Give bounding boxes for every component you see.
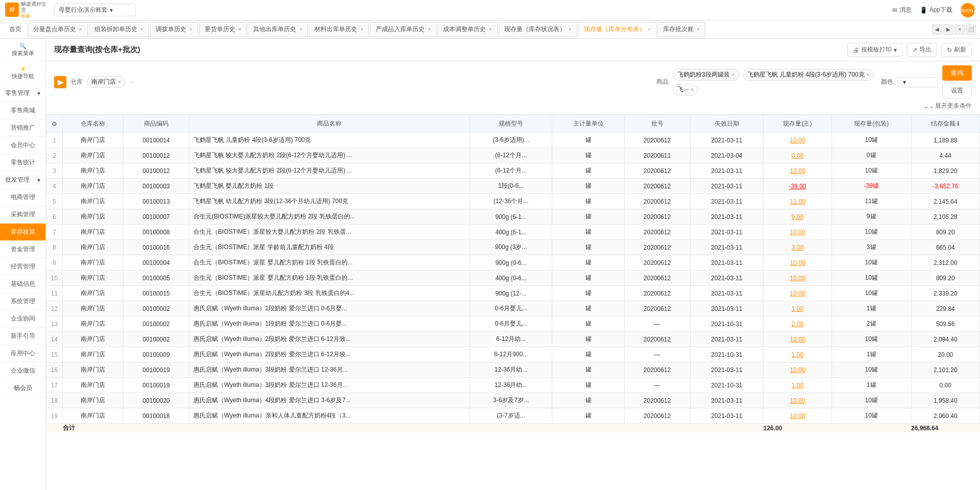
close-icon[interactable]: ×: [79, 27, 82, 32]
row-qty-main[interactable]: -39.00: [764, 179, 832, 194]
message-icon: ✉: [892, 7, 897, 14]
tab-combo[interactable]: 组装拆卸单历史 ×: [89, 22, 149, 37]
sidebar-search[interactable]: 🔍 搜索菜单: [0, 39, 45, 62]
tab-close-btn[interactable]: ×: [954, 24, 965, 35]
print-btn[interactable]: 🖨 按模板打印 ▾: [847, 43, 902, 57]
row-unit: 罐: [552, 362, 624, 378]
row-qty-main[interactable]: 1.00: [764, 378, 832, 393]
close-icon[interactable]: ×: [140, 27, 143, 32]
row-qty-main[interactable]: 10.00: [764, 255, 832, 271]
sidebar-nav[interactable]: ⚡ 快捷导航: [0, 62, 45, 85]
tab-transfer[interactable]: 调拨单历史 ×: [150, 22, 198, 37]
tab-batch[interactable]: 库存批次账 ×: [657, 22, 705, 37]
close-icon[interactable]: ×: [238, 27, 241, 32]
tab-prev-btn[interactable]: ◀: [932, 24, 942, 35]
close-icon[interactable]: ×: [428, 27, 431, 32]
row-qty-pack: 1罐: [831, 378, 911, 393]
row-name: 合生元（BIOSTIME）派星 婴儿配方奶粉 1段 乳铁蛋白的...: [189, 271, 470, 286]
close-icon[interactable]: ×: [360, 27, 363, 32]
sidebar-item-retail-mall[interactable]: 零售商城: [0, 102, 45, 119]
row-qty-main[interactable]: 0.00: [764, 148, 832, 163]
row-qty-main[interactable]: 10.00: [764, 133, 832, 148]
org-selector[interactable]: 母婴行业演示账套 ▾: [54, 4, 136, 16]
tab-split[interactable]: 分量盘点单历史 ×: [28, 22, 88, 37]
sidebar-item-wechat[interactable]: 企业微信: [0, 362, 45, 380]
user-menu[interactable]: demo2: [961, 3, 975, 17]
sidebar-item-vip[interactable]: 畅会员: [0, 380, 45, 397]
sidebar-item-basic[interactable]: 基础信息: [0, 276, 45, 293]
row-qty-pack: 10罐: [831, 133, 911, 148]
row-qty-main[interactable]: 10.00: [764, 332, 832, 347]
sidebar-item-retail-mgmt[interactable]: 零售管理 ▾: [0, 85, 45, 102]
sidebar-item-corp[interactable]: 企业协同: [0, 310, 45, 328]
expand-more-btn[interactable]: ⌄⌄ 展开更多条件: [924, 102, 972, 110]
row-unit: 罐: [552, 271, 624, 286]
tag-close-icon[interactable]: ×: [732, 72, 735, 78]
close-icon[interactable]: ×: [697, 27, 700, 32]
row-qty-main[interactable]: 10.00: [764, 286, 832, 301]
close-icon[interactable]: ×: [569, 27, 572, 32]
tag-close-icon[interactable]: ×: [867, 72, 870, 78]
query-btn[interactable]: 查询: [942, 65, 972, 81]
print-icon: 🖨: [853, 46, 859, 54]
tag-close-icon[interactable]: ×: [118, 79, 121, 85]
sidebar-item-retail-stats[interactable]: 零售统计: [0, 154, 45, 172]
tag-close-icon[interactable]: ×: [691, 87, 694, 92]
close-icon[interactable]: ×: [648, 27, 651, 32]
tab-material-out[interactable]: 材料出库单历史 ×: [309, 22, 369, 37]
row-qty-main[interactable]: 3.00: [764, 240, 832, 255]
export-btn[interactable]: ↗ 导出: [906, 43, 937, 57]
close-icon[interactable]: ×: [189, 27, 192, 32]
tab-other-out[interactable]: 其他出库单历史 ×: [248, 22, 308, 37]
filter-expand-btn[interactable]: ▶: [54, 76, 66, 88]
refresh-btn[interactable]: ↻ 刷新: [941, 43, 972, 57]
filter-row: ▶ 仓库 南岸门店 × ··· 商品 飞鹤奶粉3段两罐装 ×: [54, 65, 972, 99]
row-qty-main[interactable]: 2.00: [764, 316, 832, 332]
tab-req[interactable]: 要货单历史 ×: [199, 22, 247, 37]
sidebar-item-ecommerce[interactable]: 电商管理: [0, 189, 45, 206]
row-qty-main[interactable]: 1.00: [764, 347, 832, 362]
warehouse-more[interactable]: ···: [129, 79, 134, 86]
row-warehouse: 南岸门店: [63, 163, 124, 179]
tab-product-in[interactable]: 产成品入库单历史 ×: [370, 22, 436, 37]
row-qty-main[interactable]: 10.00: [764, 271, 832, 286]
row-amount: 2,101.20: [911, 362, 979, 378]
tab-next-btn[interactable]: ▶: [943, 24, 953, 35]
message-btn[interactable]: ✉ 消息: [892, 6, 912, 14]
close-icon[interactable]: ×: [299, 27, 302, 32]
row-qty-main[interactable]: 10.00: [764, 225, 832, 240]
row-qty-main[interactable]: 11.00: [764, 194, 832, 209]
nav-icon: ⚡: [19, 66, 27, 72]
sidebar-item-system[interactable]: 系统管理: [0, 293, 45, 310]
col-amount: 结存金额 ℹ: [911, 115, 979, 133]
sidebar-item-finance[interactable]: 资金管理: [0, 241, 45, 258]
row-qty-main[interactable]: 10.00: [764, 393, 832, 408]
close-icon[interactable]: ×: [489, 27, 492, 32]
tab-expand-btn[interactable]: ⬜: [966, 24, 976, 35]
row-expire: 2021-03-11: [690, 179, 764, 194]
setting-btn[interactable]: 设置: [942, 83, 972, 99]
tab-stock-status[interactable]: 现存量（库存状况表） ×: [499, 22, 577, 37]
row-qty-main[interactable]: 10.00: [764, 408, 832, 424]
row-batch: 20200612: [624, 194, 690, 209]
color-dropdown[interactable]: ▾: [897, 77, 938, 87]
row-qty-main[interactable]: 10.00: [764, 163, 832, 179]
sidebar-item-guide[interactable]: 新手引导: [0, 328, 45, 345]
app-download-btn[interactable]: 📱 App下载: [920, 6, 952, 14]
row-qty-main[interactable]: 9.00: [764, 209, 832, 225]
sidebar-item-member[interactable]: 会员中心: [0, 137, 45, 154]
tab-home[interactable]: 首页: [4, 25, 27, 34]
tab-cost-adj[interactable]: 成本调整单历史 ×: [437, 22, 498, 37]
row-qty-main[interactable]: 10.00: [764, 362, 832, 378]
row-batch: 20200612: [624, 301, 690, 316]
sidebar-item-ops[interactable]: 经营管理: [0, 258, 45, 276]
sidebar-item-wholesale[interactable]: 批发管理 ▾: [0, 172, 45, 189]
col-settings[interactable]: ⚙: [46, 115, 63, 133]
row-qty-pack: -39罐: [831, 179, 911, 194]
sidebar-item-marketing[interactable]: 营销推广: [0, 119, 45, 137]
sidebar-item-inventory[interactable]: 库存核算: [0, 224, 45, 241]
tab-stock-dist[interactable]: 现存量（库存分布表） ×: [578, 22, 657, 37]
sidebar-item-purchase[interactable]: 采购管理: [0, 206, 45, 224]
row-qty-main[interactable]: 1.00: [764, 301, 832, 316]
sidebar-item-appstore[interactable]: 应用中心: [0, 345, 45, 362]
